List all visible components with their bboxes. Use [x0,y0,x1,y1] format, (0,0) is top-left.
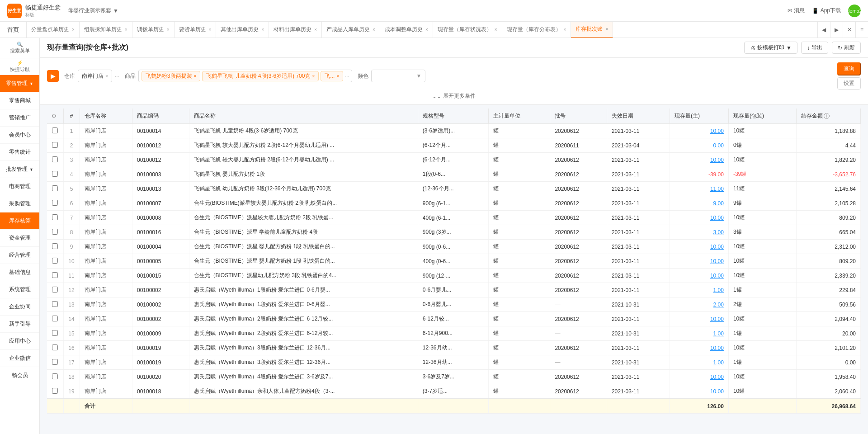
cell-checkbox[interactable] [47,138,63,153]
tab-close-all-btn[interactable]: ✕ [843,22,855,38]
cell-stock-main[interactable]: 10.00 [670,312,728,326]
tab-close-batch[interactable]: × [605,27,608,32]
sidebar-quick-nav[interactable]: ⚡ 快捷导航 [0,58,39,75]
product-tag-1[interactable]: 飞鹤奶粉3段两提装 × [142,71,201,81]
expand-filter-btn[interactable]: ▶ [47,70,59,82]
sidebar-item-ecommerce[interactable]: 电商管理 [0,178,39,195]
tab-other-out[interactable]: 其他出库单历史 × [216,22,269,38]
tab-split-disk[interactable]: 分量盘点单历史 × [27,22,80,38]
cell-stock-main[interactable]: 10.00 [670,211,728,225]
tab-close-material[interactable]: × [314,27,317,32]
cell-checkbox[interactable] [47,283,63,297]
sidebar-search[interactable]: 🔍 搜索英单 [0,38,39,58]
tab-close-split-disk[interactable]: × [72,27,75,32]
tab-menu-btn[interactable]: ≡ [855,22,868,38]
cell-checkbox[interactable] [47,225,63,240]
cell-checkbox[interactable] [47,297,63,312]
remove-tag-2[interactable]: × [312,74,315,79]
tab-batch-voucher[interactable]: 库存批次账 × [571,22,613,38]
cell-stock-main[interactable]: -39.00 [670,167,728,182]
account-dropdown[interactable]: 母婴行业演示账套 ▼ [68,7,118,14]
cell-stock-main[interactable]: 10.00 [670,254,728,269]
cell-stock-main[interactable]: 10.00 [670,341,728,355]
tab-close-tune[interactable]: × [167,27,170,32]
product-more-dots[interactable]: ··· [345,73,349,79]
cell-checkbox[interactable] [47,124,63,138]
balance-info-icon[interactable]: i [824,113,830,119]
cell-stock-main[interactable]: 10.00 [670,240,728,254]
tab-close-product[interactable]: × [373,27,375,32]
cell-checkbox[interactable] [47,153,63,167]
tab-close-borrow[interactable]: × [209,27,212,32]
tab-product-in[interactable]: 产成品入库单历史 × [322,22,380,38]
tab-combo-dismantle[interactable]: 组装拆卸单历史 × [80,22,132,38]
product-tag-3[interactable]: 飞... × [321,71,343,81]
messages-btn[interactable]: ✉ 消息 [788,7,805,14]
cell-stock-main[interactable]: 10.00 [670,384,728,399]
cell-stock-main[interactable]: 10.00 [670,153,728,167]
cell-stock-main[interactable]: 1.00 [670,326,728,341]
settings-icon[interactable]: ⚙ [52,113,57,119]
sidebar-item-base-info[interactable]: 基础信息 [0,264,39,281]
warehouse-more-dots[interactable]: ··· [115,73,119,79]
sidebar-item-enterprise-wechat[interactable]: 企业微信 [0,350,39,367]
cell-stock-main[interactable]: 11.00 [670,182,728,196]
cell-stock-main[interactable]: 2.00 [670,297,728,312]
sidebar-item-new-guide[interactable]: 新手引导 [0,316,39,333]
sidebar-item-ops-mgmt[interactable]: 经营管理 [0,247,39,264]
tab-material-out[interactable]: 材料出库单历史 × [269,22,322,38]
refresh-btn[interactable]: ↻ 刷新 [832,42,861,54]
tab-stock-dist[interactable]: 现存量（库存分布表） × [502,22,571,38]
sidebar-item-retail-stats[interactable]: 零售统计 [0,144,39,161]
sidebar-item-wholesale[interactable]: 批发管理 ▼ [0,161,39,178]
cell-stock-main[interactable]: 10.00 [670,124,728,138]
tab-close-dist[interactable]: × [564,27,566,32]
sidebar-item-member-card[interactable]: 畅会员 [0,367,39,384]
cell-checkbox[interactable] [47,384,63,399]
cell-checkbox[interactable] [47,167,63,182]
cell-checkbox[interactable] [47,182,63,196]
th-settings[interactable]: ⚙ [47,108,63,124]
tab-prev-btn[interactable]: ◀ [817,22,830,38]
cell-checkbox[interactable] [47,254,63,269]
cell-stock-main[interactable]: 1.00 [670,355,728,370]
sidebar-item-app-center[interactable]: 应用中心 [0,333,39,350]
print-btn[interactable]: 🖨 按模板打印 ▼ [744,42,797,54]
product-tag-2[interactable]: 飞鹤星飞帆 儿童奶粉 4段(3-6岁适用) 700克 × [202,71,319,81]
cell-stock-main[interactable]: 1.00 [670,283,728,297]
sidebar-item-marketing[interactable]: 营销推广 [0,109,39,127]
sidebar-item-retail-mall[interactable]: 零售商城 [0,92,39,109]
cell-stock-main[interactable]: 10.00 [670,269,728,283]
cell-stock-main[interactable]: 3.00 [670,225,728,240]
tab-cost-adjust[interactable]: 成本调整单历史 × [380,22,433,38]
cell-checkbox[interactable] [47,240,63,254]
cell-checkbox[interactable] [47,312,63,326]
product-input[interactable]: 飞鹤奶粉3段两提装 × 飞鹤星飞帆 儿童奶粉 4段(3-6岁适用) 700克 ×… [138,70,352,82]
sidebar-item-inventory[interactable]: 库存核算 [0,212,39,230]
sidebar-item-purchase[interactable]: 采购管理 [0,195,39,212]
tab-tune-pick[interactable]: 调拨单历史 × [132,22,175,38]
sidebar-item-sys-mgmt[interactable]: 系统管理 [0,281,39,298]
sidebar-item-member[interactable]: 会员中心 [0,127,39,144]
user-menu[interactable]: demo2 [848,5,861,17]
tab-home[interactable]: 首页 [0,22,27,38]
sidebar-item-retail-mgmt[interactable]: 零售管理 ▼ [0,75,39,92]
cell-stock-main[interactable]: 9.00 [670,196,728,211]
tab-close-cost[interactable]: × [425,27,428,32]
color-input[interactable]: ▼ [371,70,425,82]
sidebar-item-finance[interactable]: 资金管理 [0,230,39,247]
cell-checkbox[interactable] [47,355,63,370]
tab-stock-status[interactable]: 现存量（库存状况表） × [433,22,502,38]
cell-checkbox[interactable] [47,269,63,283]
cell-checkbox[interactable] [47,196,63,211]
sidebar-item-enterprise[interactable]: 企业协同 [0,298,39,316]
remove-tag-1[interactable]: × [194,74,197,79]
export-btn[interactable]: ↓ 导出 [801,42,828,54]
cell-checkbox[interactable] [47,211,63,225]
settings-btn[interactable]: 设置 [837,77,861,90]
tab-close-combo[interactable]: × [125,27,127,32]
app-download-btn[interactable]: 📱 App下载 [812,7,841,14]
expand-more-btn[interactable]: ⌄⌄ 展开更多条件 [47,92,861,100]
cell-checkbox[interactable] [47,370,63,384]
tab-close-status[interactable]: × [495,27,497,32]
